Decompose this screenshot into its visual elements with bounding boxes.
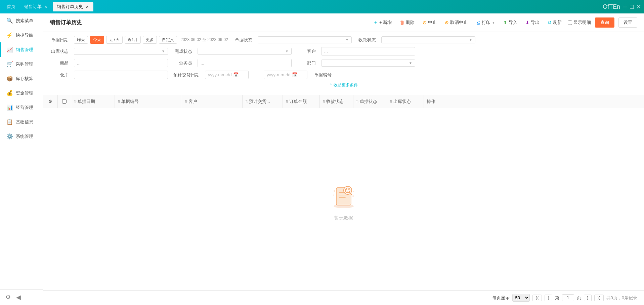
top-bar: 首页 销售订单 ✕ 销售订单历史 ✕ OfTEn ─ □ ✕ bbox=[0, 0, 644, 13]
sidebar-item-search-menu-label: 搜索菜单 bbox=[16, 18, 33, 24]
sort-icon-warehouse[interactable]: ⇅ bbox=[390, 100, 392, 103]
collapse-row[interactable]: ⌃ 收起更多条件 bbox=[50, 82, 637, 91]
pagination: 每页显示 50 10 20 100 ⟨⟨ ⟨ 第 页 ⟩ ⟩⟩ 共0页，0条记录 bbox=[43, 290, 644, 305]
order-status-select[interactable]: ▼ bbox=[258, 36, 352, 43]
date-btn-today[interactable]: 今天 bbox=[90, 36, 104, 44]
prev-page-btn[interactable]: ⟨ bbox=[545, 295, 552, 301]
customer-input[interactable]: ... bbox=[321, 47, 415, 55]
page-input[interactable] bbox=[562, 294, 574, 301]
new-button[interactable]: ＋ + 新增 bbox=[371, 18, 394, 27]
delete-icon: 🗑 bbox=[400, 20, 404, 25]
sort-icon-date[interactable]: ⇅ bbox=[74, 100, 77, 103]
sort-icon-amount[interactable]: ⇅ bbox=[286, 100, 288, 103]
tab-sales-order-close[interactable]: ✕ bbox=[44, 5, 48, 9]
delivery-date-from[interactable]: yyyy-mm-dd 📅 bbox=[205, 71, 249, 79]
th-warehouse-status-label: 出库状态 bbox=[393, 99, 411, 105]
sidebar-item-finance[interactable]: 💰 资金管理 bbox=[0, 86, 43, 100]
th-date-label: 单据日期 bbox=[78, 99, 95, 105]
refresh-icon: ↺ bbox=[548, 20, 552, 25]
th-customer: ⇅ 客户 bbox=[182, 95, 243, 108]
sort-icon-payment[interactable]: ⇅ bbox=[323, 100, 325, 103]
last-page-btn[interactable]: ⟩⟩ bbox=[594, 295, 604, 301]
order-status-arrow: ▼ bbox=[345, 38, 349, 42]
sidebar-item-basic[interactable]: 📋 基础信息 bbox=[0, 115, 43, 129]
tab-home[interactable]: 首页 bbox=[3, 2, 19, 11]
delivery-date-to[interactable]: yyyy-mm-dd 📅 bbox=[264, 71, 307, 79]
date-btn-yesterday[interactable]: 昨天 bbox=[74, 36, 88, 44]
stop-button[interactable]: ⊘ 中止 bbox=[421, 18, 439, 27]
sidebar-item-inventory[interactable]: 📦 库存核算 bbox=[0, 71, 43, 86]
new-label: + 新增 bbox=[379, 20, 392, 26]
gear-icon[interactable]: ⚙ bbox=[48, 99, 52, 104]
sidebar-item-purchase[interactable]: 🛒 采购管理 bbox=[0, 57, 43, 71]
per-page-select[interactable]: 50 10 20 100 bbox=[512, 294, 530, 302]
date-separator: — bbox=[254, 72, 258, 77]
sort-icon-order[interactable]: ⇅ bbox=[356, 100, 359, 103]
warehouse-label: 仓库 bbox=[50, 72, 69, 78]
date-btn-7days[interactable]: 近7天 bbox=[106, 36, 123, 44]
tab-sales-order[interactable]: 销售订单 ✕ bbox=[20, 2, 52, 11]
print-button[interactable]: 🖨 打印 ▼ bbox=[474, 18, 497, 27]
department-select[interactable]: ▼ bbox=[321, 60, 415, 67]
salesperson-input[interactable]: ... bbox=[198, 59, 292, 67]
sidebar-item-sales[interactable]: 📈 销售管理 bbox=[0, 42, 43, 57]
print-dropdown-icon[interactable]: ▼ bbox=[492, 21, 495, 25]
calendar-to-icon[interactable]: 📅 bbox=[292, 72, 297, 77]
select-all-checkbox[interactable] bbox=[62, 99, 67, 104]
refresh-label: 刷新 bbox=[553, 20, 562, 26]
payment-status-select[interactable]: ▼ bbox=[381, 36, 475, 43]
sidebar-item-quick-nav[interactable]: ⚡ 快捷导航 bbox=[0, 28, 43, 42]
display-toggle[interactable]: 显示明细 bbox=[568, 20, 591, 26]
th-settings[interactable]: ⚙ bbox=[43, 95, 58, 108]
filter-row-1: 单据日期 昨天 今天 近7天 近1月 更多 自定义 2023-06-02 至 2… bbox=[50, 36, 637, 44]
complete-status-select[interactable]: ▼ bbox=[198, 48, 292, 55]
sort-icon-delivery[interactable]: ⇅ bbox=[245, 100, 248, 103]
payment-status-label: 收款状态 bbox=[357, 37, 376, 43]
first-page-btn[interactable]: ⟨⟨ bbox=[532, 295, 542, 301]
cancel-stop-label: 取消中止 bbox=[450, 20, 468, 26]
tab-sales-history[interactable]: 销售订单历史 ✕ bbox=[53, 2, 93, 11]
import-icon: ⬆ bbox=[503, 20, 507, 25]
delete-button[interactable]: 🗑 删除 bbox=[398, 18, 417, 27]
sidebar-item-search-menu[interactable]: 🔍 搜索菜单 bbox=[0, 13, 43, 28]
filter-row-2: 出库状态 ▼ 完成状态 ▼ 客户 ... bbox=[50, 47, 637, 55]
display-toggle-checkbox[interactable] bbox=[568, 21, 572, 25]
date-btn-more[interactable]: 更多 bbox=[143, 36, 157, 44]
close-icon[interactable]: ✕ bbox=[636, 3, 641, 10]
date-btn-custom[interactable]: 自定义 bbox=[159, 36, 177, 44]
sidebar-item-system[interactable]: ⚙️ 系统管理 bbox=[0, 129, 43, 144]
refresh-button[interactable]: ↺ 刷新 bbox=[546, 18, 564, 27]
warehouse-status-label: 出库状态 bbox=[50, 48, 69, 54]
settings-button[interactable]: 设置 bbox=[618, 17, 637, 28]
product-input[interactable]: ... bbox=[74, 59, 168, 67]
complete-status-arrow: ▼ bbox=[285, 49, 289, 53]
order-number-label: 单据编号 bbox=[313, 72, 332, 78]
svg-point-12 bbox=[333, 194, 334, 195]
cancel-stop-icon: ⊗ bbox=[445, 20, 449, 25]
calendar-from-icon[interactable]: 📅 bbox=[233, 72, 239, 77]
minimize-icon[interactable]: ─ bbox=[623, 3, 627, 10]
import-button[interactable]: ⬆ 导入 bbox=[501, 18, 519, 27]
maximize-icon[interactable]: □ bbox=[630, 3, 634, 10]
export-button[interactable]: ⬇ 导出 bbox=[523, 18, 542, 27]
salesperson-label: 业务员 bbox=[173, 60, 192, 66]
warehouse-input[interactable]: ... bbox=[74, 71, 168, 79]
content: 销售订单历史 ＋ + 新增 🗑 删除 ⊘ 中止 ⊗ bbox=[43, 13, 644, 305]
tab-home-label: 首页 bbox=[7, 4, 15, 10]
settings-bottom-icon[interactable]: ⚙ bbox=[5, 294, 11, 301]
delete-label: 删除 bbox=[406, 20, 415, 26]
new-icon: ＋ bbox=[373, 20, 378, 26]
query-button[interactable]: 查询 bbox=[595, 17, 614, 28]
warehouse-status-select[interactable]: ▼ bbox=[74, 48, 168, 55]
th-number-label: 单据编号 bbox=[121, 99, 139, 105]
cancel-stop-button[interactable]: ⊗ 取消中止 bbox=[443, 18, 470, 27]
tab-sales-history-label: 销售订单历史 bbox=[57, 4, 83, 10]
date-btn-1month[interactable]: 近1月 bbox=[125, 36, 141, 44]
next-page-btn[interactable]: ⟩ bbox=[584, 295, 592, 301]
sidebar-item-operation[interactable]: 📊 经营管理 bbox=[0, 100, 43, 115]
sort-icon-number[interactable]: ⇅ bbox=[118, 100, 120, 103]
sort-icon-customer[interactable]: ⇅ bbox=[185, 100, 187, 103]
th-checkbox[interactable] bbox=[58, 95, 71, 108]
tab-sales-history-close[interactable]: ✕ bbox=[85, 5, 89, 9]
collapse-sidebar-icon[interactable]: ◀ bbox=[16, 294, 21, 301]
